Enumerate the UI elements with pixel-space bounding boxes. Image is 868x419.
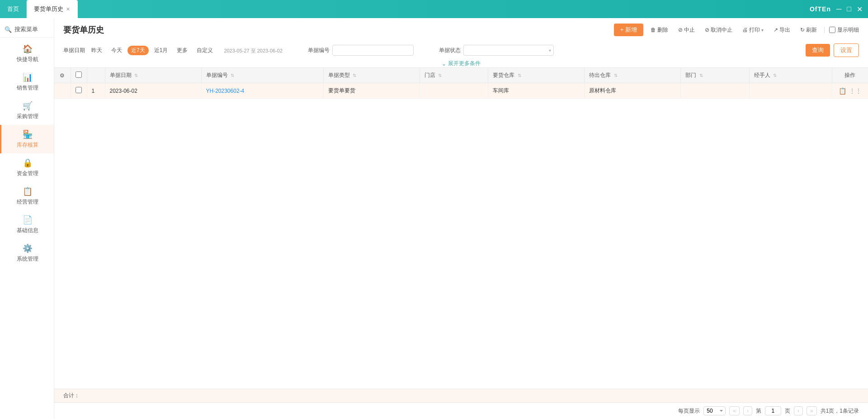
td-req-warehouse-0: 车间库 bbox=[488, 83, 585, 99]
th-handler[interactable]: 经手人 ⇅ bbox=[750, 68, 832, 83]
finance-icon: 🔒 bbox=[23, 158, 33, 168]
edit-icon-0[interactable]: 📋 bbox=[839, 87, 846, 95]
delete-label: 删除 bbox=[657, 26, 668, 34]
doc-no-link-0[interactable]: YH-20230602-4 bbox=[206, 88, 245, 94]
date-range-text: 2023-05-27 至 2023-06-02 bbox=[224, 48, 283, 54]
th-doc-date[interactable]: 单据日期 ⇅ bbox=[105, 68, 201, 83]
window-close-icon[interactable]: ✕ bbox=[857, 5, 863, 14]
minimize-icon[interactable]: ─ bbox=[836, 5, 841, 13]
tab-close-icon[interactable]: ✕ bbox=[66, 6, 70, 12]
sidebar-item-label-sales: 销售管理 bbox=[17, 84, 38, 92]
date-pill-today[interactable]: 今天 bbox=[108, 46, 126, 55]
tab-bar: 首页 要货单历史 ✕ bbox=[0, 0, 78, 18]
sidebar: 🔍 搜索菜单 🏠 快捷导航 📊 销售管理 🛒 采购管理 🏪 库存核算 🔒 资金管… bbox=[0, 18, 54, 419]
th-doc-type[interactable]: 单据类型 ⇅ bbox=[323, 68, 420, 83]
sidebar-item-label-operations: 经营管理 bbox=[17, 198, 38, 206]
th-store[interactable]: 门店 ⇅ bbox=[420, 68, 488, 83]
sort-icon-store: ⇅ bbox=[438, 73, 442, 78]
page-header: 要货单历史 + 新增 🗑 删除 ⊘ 中止 ⊘ 取消中止 bbox=[54, 18, 868, 68]
page-size-select[interactable]: 10 20 50 100 bbox=[703, 406, 726, 415]
status-input[interactable] bbox=[463, 45, 554, 56]
display-detail-checkbox[interactable] bbox=[829, 27, 835, 33]
td-doc-type-0: 要货单要货 bbox=[323, 83, 420, 99]
status-dropdown-icon: ▾ bbox=[549, 48, 551, 53]
stop-button[interactable]: ⊘ 中止 bbox=[675, 24, 698, 36]
expand-down-icon: ⌄ bbox=[442, 61, 446, 67]
th-req-warehouse[interactable]: 要货仓库 ⇅ bbox=[488, 68, 585, 83]
th-department[interactable]: 部门 ⇅ bbox=[681, 68, 750, 83]
sidebar-item-operations[interactable]: 📋 经营管理 bbox=[0, 182, 54, 210]
refresh-button[interactable]: ↻ 刷新 bbox=[797, 24, 820, 36]
settings-col-icon: ⚙ bbox=[60, 72, 65, 79]
export-label: 导出 bbox=[779, 26, 790, 34]
prev-page-button[interactable]: ‹ bbox=[743, 406, 752, 415]
sidebar-item-sales[interactable]: 📊 销售管理 bbox=[0, 68, 54, 96]
search-icon: 🔍 bbox=[5, 26, 12, 33]
sidebar-item-label-basic-info: 基础信息 bbox=[17, 227, 38, 234]
sort-icon-doc-date: ⇅ bbox=[134, 73, 138, 78]
sidebar-item-purchase[interactable]: 🛒 采购管理 bbox=[0, 96, 54, 125]
th-pending-warehouse[interactable]: 待出仓库 ⇅ bbox=[585, 68, 681, 83]
sidebar-item-finance[interactable]: 🔒 资金管理 bbox=[0, 153, 54, 182]
data-table: ⚙ 单据日期 ⇅ 单据编号 ⇅ bbox=[54, 68, 868, 99]
delete-button[interactable]: 🗑 删除 bbox=[648, 24, 671, 36]
inventory-icon: 🏪 bbox=[23, 129, 33, 139]
last-page-button[interactable]: » bbox=[807, 406, 817, 415]
purchase-icon: 🛒 bbox=[23, 101, 33, 111]
date-pills: 昨天 今天 近7天 近1月 更多 自定义 bbox=[88, 46, 217, 55]
next-page-button[interactable]: › bbox=[794, 406, 803, 415]
page-number-input[interactable] bbox=[765, 406, 781, 415]
sidebar-search[interactable]: 🔍 搜索菜单 bbox=[0, 22, 54, 38]
date-pill-last7days[interactable]: 近7天 bbox=[127, 46, 149, 55]
display-detail-toggle[interactable]: 显示明细 bbox=[829, 26, 859, 34]
sidebar-item-quick-nav[interactable]: 🏠 快捷导航 bbox=[0, 39, 54, 68]
select-all-checkbox[interactable] bbox=[75, 71, 82, 78]
cancel-stop-button[interactable]: ⊘ 取消中止 bbox=[702, 24, 735, 36]
date-pill-more[interactable]: 更多 bbox=[173, 46, 191, 55]
tab-home[interactable]: 首页 bbox=[0, 0, 27, 18]
refresh-icon: ↻ bbox=[800, 27, 805, 33]
doc-no-input[interactable] bbox=[332, 45, 414, 56]
expand-more[interactable]: ⌄ 展开更多条件 bbox=[63, 60, 859, 67]
sidebar-item-system[interactable]: ⚙️ 系统管理 bbox=[0, 239, 54, 267]
sidebar-item-basic-info[interactable]: 📄 基础信息 bbox=[0, 210, 54, 239]
tab-requisition-history-label: 要货单历史 bbox=[34, 5, 63, 13]
display-detail-label: 显示明细 bbox=[837, 26, 859, 34]
new-button[interactable]: + 新增 bbox=[614, 24, 643, 36]
cancel-stop-label: 取消中止 bbox=[711, 26, 732, 34]
th-doc-no[interactable]: 单据编号 ⇅ bbox=[201, 68, 323, 83]
td-doc-no-0: YH-20230602-4 bbox=[201, 83, 323, 99]
print-icon: 🖨 bbox=[742, 27, 748, 33]
refresh-label: 刷新 bbox=[806, 26, 817, 34]
query-button[interactable]: 查询 bbox=[806, 44, 830, 57]
cancel-stop-icon: ⊘ bbox=[705, 27, 709, 33]
sidebar-item-inventory[interactable]: 🏪 库存核算 bbox=[0, 125, 54, 153]
sort-icon-pending-warehouse: ⇅ bbox=[614, 73, 618, 78]
row-checkbox-0[interactable] bbox=[75, 87, 82, 93]
system-icon: ⚙️ bbox=[23, 243, 33, 253]
sidebar-item-label-quick-nav: 快捷导航 bbox=[17, 56, 38, 63]
maximize-icon[interactable]: □ bbox=[847, 5, 851, 13]
page-label: 第 bbox=[756, 407, 761, 415]
date-pill-last1month[interactable]: 近1月 bbox=[151, 46, 172, 55]
date-pill-yesterday[interactable]: 昨天 bbox=[88, 46, 106, 55]
doc-no-filter-label: 单据编号 bbox=[308, 47, 330, 54]
more-icon-0[interactable]: ⋮⋮ bbox=[849, 87, 862, 95]
td-pending-warehouse-0: 原材料仓库 bbox=[585, 83, 681, 99]
pagination-bar: 每页显示 10 20 50 100 « ‹ 第 页 › » 共1页，1条记录 bbox=[54, 402, 868, 419]
sort-icon-doc-no: ⇅ bbox=[231, 73, 234, 78]
print-button[interactable]: 🖨 打印 ▾ bbox=[740, 24, 766, 36]
first-page-button[interactable]: « bbox=[729, 406, 740, 415]
content-area: 要货单历史 + 新增 🗑 删除 ⊘ 中止 ⊘ 取消中止 bbox=[54, 18, 868, 419]
tab-requisition-history[interactable]: 要货单历史 ✕ bbox=[27, 0, 78, 18]
sidebar-item-label-finance: 资金管理 bbox=[17, 170, 38, 177]
th-doc-no-label: 单据编号 bbox=[206, 72, 228, 78]
sidebar-item-label-inventory: 库存核算 bbox=[17, 141, 38, 149]
settings-button[interactable]: 设置 bbox=[834, 43, 859, 57]
date-pill-custom[interactable]: 自定义 bbox=[193, 46, 217, 55]
status-filter-label: 单据状态 bbox=[439, 47, 461, 54]
page-title-row: 要货单历史 + 新增 🗑 删除 ⊘ 中止 ⊘ 取消中止 bbox=[63, 24, 859, 36]
top-bar-right: OfTEn ─ □ ✕ bbox=[810, 5, 868, 14]
export-button[interactable]: ↗ 导出 bbox=[771, 24, 793, 36]
th-settings[interactable]: ⚙ bbox=[54, 68, 71, 83]
